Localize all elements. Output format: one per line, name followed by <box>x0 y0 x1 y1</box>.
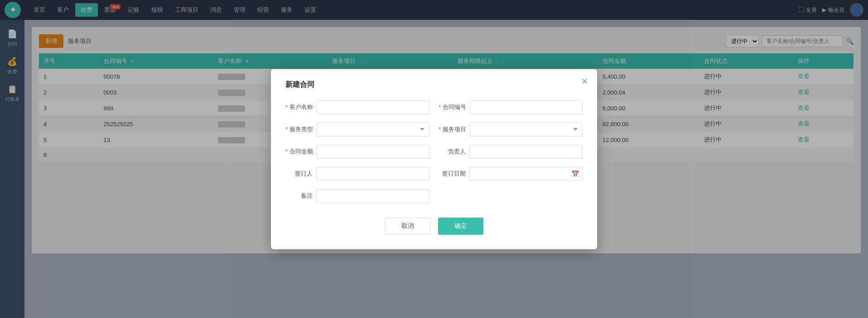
confirm-button[interactable]: 确定 <box>438 218 483 235</box>
modal-overlay[interactable]: ✕ 新建合同 客户名称 合同编号 服务类型 服务项目 <box>0 0 868 318</box>
contract-no-label: 合同编号 <box>439 103 466 111</box>
form-group-responsible: 负责人 <box>439 145 583 159</box>
form-group-service-item: 服务项目 <box>439 123 583 137</box>
form-row-1: 客户名称 合同编号 <box>285 100 583 114</box>
customer-name-label: 客户名称 <box>285 103 313 111</box>
signer-input[interactable] <box>316 167 429 181</box>
form-group-service-type: 服务类型 <box>285 123 429 137</box>
signer-label: 签订人 <box>285 170 313 178</box>
customer-name-input[interactable] <box>317 100 429 114</box>
form-row-2: 服务类型 服务项目 <box>285 123 583 137</box>
form-row-5: 备注 <box>285 189 583 203</box>
calendar-icon[interactable]: 📅 <box>571 170 579 177</box>
form-group-amount: 合同金额 0.00 <box>285 145 429 159</box>
form-row-4: 签订人 签订日期 2023-06-06 📅 <box>285 167 583 181</box>
modal-footer: 取消 确定 <box>285 218 583 235</box>
form-group-sign-date: 签订日期 2023-06-06 📅 <box>439 167 583 181</box>
responsible-input[interactable] <box>469 145 583 159</box>
notes-spacer <box>439 189 583 203</box>
cancel-button[interactable]: 取消 <box>385 218 431 235</box>
notes-label: 备注 <box>285 192 313 200</box>
modal-close-button[interactable]: ✕ <box>581 76 588 86</box>
date-wrapper: 2023-06-06 📅 <box>469 167 583 181</box>
new-contract-modal: ✕ 新建合同 客户名称 合同编号 服务类型 服务项目 <box>271 69 597 249</box>
service-item-select[interactable] <box>470 123 583 137</box>
form-row-3: 合同金额 0.00 负责人 <box>285 145 583 159</box>
sign-date-label: 签订日期 <box>439 170 466 178</box>
modal-title: 新建合同 <box>285 80 583 90</box>
notes-input[interactable] <box>316 189 429 203</box>
contract-no-input[interactable] <box>470 100 583 114</box>
sign-date-input[interactable]: 2023-06-06 <box>469 167 583 181</box>
form-group-notes: 备注 <box>285 189 429 203</box>
service-type-label: 服务类型 <box>285 125 313 133</box>
responsible-label: 负责人 <box>439 147 466 156</box>
amount-label: 合同金额 <box>285 147 313 156</box>
service-item-label: 服务项目 <box>439 125 466 133</box>
amount-input[interactable]: 0.00 <box>317 145 429 159</box>
service-type-select[interactable] <box>317 123 429 137</box>
form-group-signer: 签订人 <box>285 167 429 181</box>
form-group-customer: 客户名称 <box>285 100 429 114</box>
form-group-contract-no: 合同编号 <box>439 100 583 114</box>
